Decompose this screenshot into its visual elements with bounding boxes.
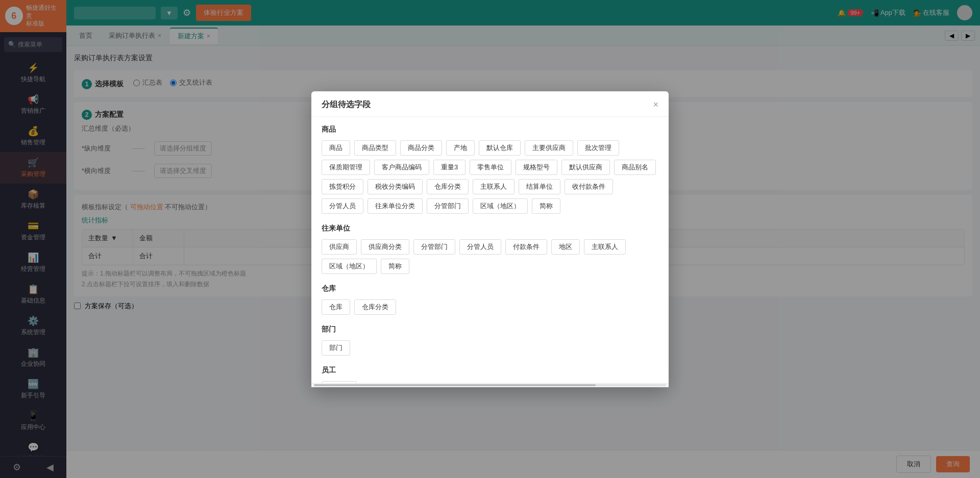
field-tag-product-14[interactable]: 拣货积分: [322, 179, 363, 194]
modal-header: 分组待选字段 ×: [311, 91, 669, 117]
field-tag-product-9[interactable]: 重量3: [433, 160, 465, 175]
field-section-department-title: 部门: [322, 325, 658, 334]
modal-hscroll[interactable]: [311, 383, 669, 387]
field-tag-product-10[interactable]: 零售单位: [470, 160, 511, 175]
field-tag-partner-3[interactable]: 分管人员: [459, 239, 501, 255]
field-tag-product-11[interactable]: 规格型号: [516, 160, 557, 175]
field-section-product-title: 商品: [322, 125, 658, 134]
modal: 分组待选字段 × 商品 商品 商品类型 商品分类 产地 默认仓库 主要供应商 批…: [311, 91, 669, 387]
field-section-partner: 往来单位 供应商 供应商分类 分管部门 分管人员 付款条件 地区 主联系人 区域…: [322, 224, 658, 274]
field-tag-product-8[interactable]: 客户商品编码: [374, 160, 429, 175]
field-tag-partner-2[interactable]: 分管部门: [413, 239, 455, 255]
field-tag-product-18[interactable]: 结算单位: [519, 179, 560, 194]
field-tag-partner-6[interactable]: 主联系人: [584, 239, 626, 255]
field-tag-product-19[interactable]: 收付款条件: [565, 179, 613, 194]
field-section-employee: 员工 业务员: [322, 366, 658, 383]
field-tag-product-16[interactable]: 仓库分类: [427, 179, 469, 194]
field-tags-partner: 供应商 供应商分类 分管部门 分管人员 付款条件 地区 主联系人 区域（地区） …: [322, 239, 658, 274]
field-section-department: 部门 部门: [322, 325, 658, 356]
field-tag-product-3[interactable]: 产地: [446, 140, 475, 156]
modal-overlay[interactable]: 分组待选字段 × 商品 商品 商品类型 商品分类 产地 默认仓库 主要供应商 批…: [0, 0, 980, 478]
field-tag-partner-4[interactable]: 付款条件: [505, 239, 547, 255]
field-tag-product-12[interactable]: 默认供应商: [561, 160, 610, 175]
field-tag-product-15[interactable]: 税收分类编码: [368, 179, 423, 194]
field-section-employee-title: 员工: [322, 366, 658, 375]
field-tag-partner-7[interactable]: 区域（地区）: [322, 259, 377, 274]
modal-title: 分组待选字段: [322, 99, 371, 110]
field-section-product: 商品 商品 商品类型 商品分类 产地 默认仓库 主要供应商 批次管理 保质期管理…: [322, 125, 658, 214]
modal-close-button[interactable]: ×: [653, 99, 658, 110]
field-tag-product-22[interactable]: 分管部门: [427, 198, 469, 214]
field-tag-product-4[interactable]: 默认仓库: [479, 140, 521, 156]
field-section-partner-title: 往来单位: [322, 224, 658, 233]
field-tag-product-7[interactable]: 保质期管理: [322, 160, 370, 175]
field-tags-department: 部门: [322, 340, 658, 356]
field-tag-partner-1[interactable]: 供应商分类: [361, 239, 409, 255]
field-tag-product-24[interactable]: 简称: [532, 198, 560, 214]
field-section-warehouse-title: 仓库: [322, 284, 658, 293]
field-tag-product-13[interactable]: 商品别名: [614, 160, 656, 175]
field-tag-product-6[interactable]: 批次管理: [577, 140, 619, 156]
field-tag-product-21[interactable]: 往来单位分类: [368, 198, 423, 214]
field-tag-partner-0[interactable]: 供应商: [322, 239, 357, 255]
field-tag-product-1[interactable]: 商品类型: [354, 140, 396, 156]
field-tag-product-17[interactable]: 主联系人: [473, 179, 514, 194]
field-tags-product: 商品 商品类型 商品分类 产地 默认仓库 主要供应商 批次管理 保质期管理 客户…: [322, 140, 658, 214]
field-section-warehouse: 仓库 仓库 仓库分类: [322, 284, 658, 315]
field-tag-partner-8[interactable]: 简称: [381, 259, 409, 274]
field-tag-product-0[interactable]: 商品: [322, 140, 350, 156]
field-tag-department-0[interactable]: 部门: [322, 340, 350, 356]
field-tag-partner-5[interactable]: 地区: [551, 239, 580, 255]
field-tag-warehouse-0[interactable]: 仓库: [322, 299, 350, 315]
field-tag-product-20[interactable]: 分管人员: [322, 198, 363, 214]
field-tag-product-2[interactable]: 商品分类: [400, 140, 442, 156]
field-tag-warehouse-1[interactable]: 仓库分类: [354, 299, 396, 315]
field-tag-product-5[interactable]: 主要供应商: [525, 140, 573, 156]
field-tags-warehouse: 仓库 仓库分类: [322, 299, 658, 315]
modal-body[interactable]: 商品 商品 商品类型 商品分类 产地 默认仓库 主要供应商 批次管理 保质期管理…: [311, 117, 669, 383]
field-tag-product-23[interactable]: 区域（地区）: [473, 198, 528, 214]
